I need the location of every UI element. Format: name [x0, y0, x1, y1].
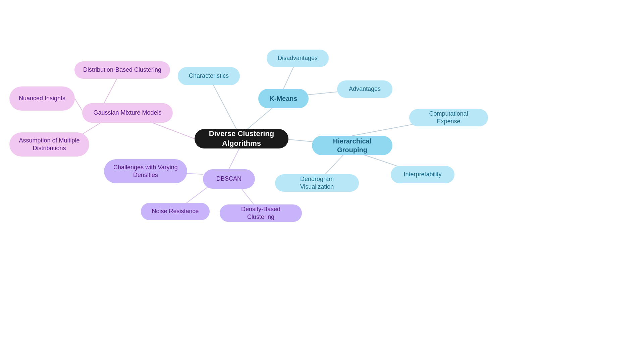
- disadvantages-node: Disadvantages: [267, 50, 329, 67]
- challenges-node: Challenges with Varying Densities: [104, 159, 187, 183]
- characteristics-label: Characteristics: [189, 72, 229, 80]
- center-node: Diverse Clustering Algorithms: [195, 129, 288, 148]
- dendrogram-label: Dendrogram Visualization: [283, 175, 351, 191]
- noise-resistance-node: Noise Resistance: [141, 203, 210, 220]
- interpretability-label: Interpretability: [404, 171, 441, 178]
- density-based-label: Density-Based Clustering: [228, 205, 294, 221]
- assumption-node: Assumption of Multiple Distributions: [9, 132, 89, 157]
- dendrogram-node: Dendrogram Visualization: [275, 174, 359, 192]
- computational-expense-node: Computational Expense: [409, 109, 488, 126]
- advantages-label: Advantages: [349, 85, 381, 93]
- density-based-node: Density-Based Clustering: [220, 204, 302, 222]
- computational-expense-label: Computational Expense: [417, 110, 480, 126]
- assumption-label: Assumption of Multiple Distributions: [17, 137, 81, 153]
- noise-resistance-label: Noise Resistance: [152, 207, 199, 215]
- svg-line-14: [75, 99, 82, 111]
- distribution-based-node: Distribution-Based Clustering: [74, 61, 170, 79]
- challenges-label: Challenges with Varying Densities: [112, 164, 179, 179]
- kmeans-label: K-Means: [269, 94, 297, 103]
- nuanced-insights-label: Nuanced Insights: [19, 95, 65, 102]
- gaussian-node: Gaussian Mixture Models: [82, 103, 173, 123]
- dbscan-node: DBSCAN: [203, 169, 255, 189]
- hierarchical-grouping-label: Hierarchical Grouping: [320, 137, 384, 154]
- distribution-based-label: Distribution-Based Clustering: [83, 66, 161, 74]
- hierarchical-grouping-node: Hierarchical Grouping: [312, 136, 392, 155]
- dbscan-label: DBSCAN: [216, 175, 241, 183]
- advantages-node: Advantages: [337, 80, 392, 98]
- characteristics-node: Characteristics: [178, 67, 240, 85]
- disadvantages-label: Disadvantages: [278, 54, 318, 62]
- nuanced-insights-node: Nuanced Insights: [9, 86, 75, 111]
- center-label: Diverse Clustering Algorithms: [203, 129, 280, 148]
- gaussian-label: Gaussian Mixture Models: [93, 109, 161, 117]
- interpretability-node: Interpretability: [391, 166, 454, 183]
- kmeans-node: K-Means: [258, 89, 309, 108]
